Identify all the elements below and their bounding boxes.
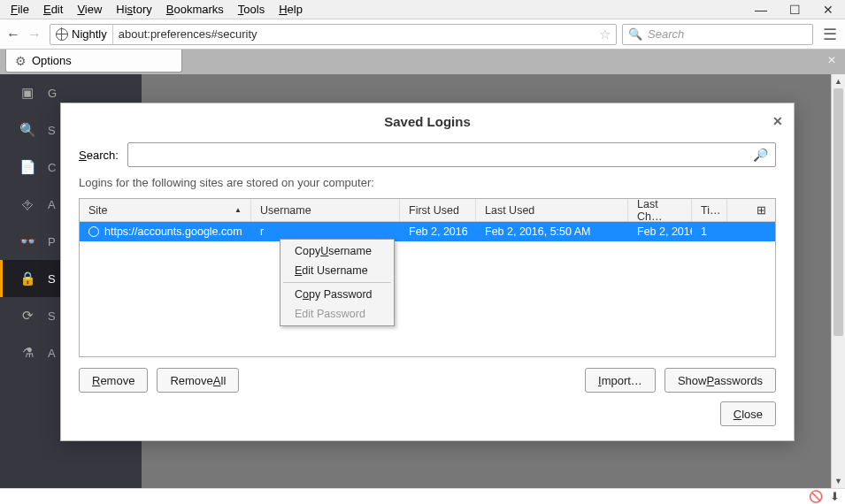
identity-box[interactable]: Nightly (50, 25, 113, 44)
dialog-close-button[interactable]: ✕ (772, 114, 783, 128)
menu-edit[interactable]: Edit (36, 1, 70, 18)
window-controls: — ☐ ✕ (744, 0, 845, 19)
status-bar: 🚫 ⬇ (0, 488, 845, 504)
noscript-icon[interactable]: 🚫 (809, 490, 823, 503)
tab-label: Options (32, 54, 72, 67)
menu-help[interactable]: Help (272, 1, 310, 18)
column-picker-icon: ⊞ (757, 203, 766, 217)
tab-close-button[interactable]: ✕ (827, 54, 836, 66)
scroll-thumb[interactable] (833, 88, 843, 336)
menu-history[interactable]: History (109, 1, 158, 18)
tab-options[interactable]: ⚙ Options (5, 50, 182, 73)
table-row[interactable]: https://accounts.google.com r Feb 2, 201… (80, 222, 775, 241)
remove-all-button[interactable]: Remove All (157, 368, 239, 393)
search-logins-input[interactable]: 🔎 (127, 142, 776, 167)
show-passwords-button[interactable]: Show Passwords (664, 368, 776, 393)
site-globe-icon (88, 226, 99, 237)
maximize-button[interactable]: ☐ (778, 0, 811, 19)
close-window-button[interactable]: ✕ (811, 0, 845, 19)
cell-last-changed: Feb 2, 2016 (628, 225, 692, 238)
hamburger-menu-button[interactable]: ☰ (818, 23, 841, 46)
search-placeholder: Search (648, 27, 684, 41)
cell-site: https://accounts.google.com (80, 225, 251, 238)
column-username[interactable]: Username (251, 199, 400, 221)
general-icon: ▣ (19, 85, 35, 101)
context-copy-username[interactable]: Copy Username (282, 241, 392, 261)
scrollbar-vertical[interactable]: ▲ ▼ (831, 74, 845, 488)
column-times-used[interactable]: Ti… (692, 199, 727, 221)
sort-asc-icon: ▲ (234, 206, 242, 214)
remove-button[interactable]: Remove (79, 368, 148, 393)
saved-logins-dialog: Saved Logins ✕ Search: 🔎 Logins for the … (60, 103, 795, 441)
dialog-description: Logins for the following sites are store… (79, 176, 776, 189)
search-icon: 🔍 (628, 27, 642, 41)
menu-file[interactable]: File (4, 1, 36, 18)
context-menu: Copy Username Edit Username Copy Passwor… (280, 239, 395, 326)
menu-view[interactable]: View (70, 1, 109, 18)
identity-label: Nightly (72, 27, 107, 41)
context-copy-password[interactable]: Copy Password (282, 285, 392, 304)
cell-first-used: Feb 2, 2016 (400, 225, 476, 238)
scroll-down-icon[interactable]: ▼ (832, 474, 845, 488)
search-label: Search: (79, 149, 119, 162)
cell-last-used: Feb 2, 2016, 5:50 AM (476, 225, 628, 238)
lock-icon: 🔒 (19, 271, 35, 286)
url-text[interactable]: about:preferences#security (113, 27, 594, 41)
table-header: Site▲ Username First Used Last Used Last… (80, 199, 775, 222)
context-edit-username[interactable]: Edit Username (282, 261, 392, 280)
privacy-icon: 👓 (19, 233, 35, 249)
tab-strip: ⚙ Options ✕ (0, 50, 845, 74)
context-separator (283, 282, 391, 283)
globe-icon (56, 28, 68, 41)
search-bar[interactable]: 🔍 Search (622, 24, 813, 45)
content-icon: 📄 (19, 159, 35, 175)
download-arrow-icon[interactable]: ⬇ (830, 490, 840, 503)
sync-icon: ⟳ (19, 308, 35, 324)
logins-table: Site▲ Username First Used Last Used Last… (79, 198, 776, 357)
forward-button[interactable]: → (25, 25, 44, 44)
column-picker[interactable]: ⊞ (727, 199, 775, 221)
cell-username: r (251, 225, 400, 238)
dialog-title: Saved Logins (384, 114, 471, 129)
bookmark-star-icon[interactable]: ☆ (594, 27, 616, 42)
import-button[interactable]: Import… (585, 368, 656, 393)
menu-bar: File Edit View History Bookmarks Tools H… (0, 0, 845, 19)
search-pref-icon: 🔍 (19, 122, 35, 138)
menu-tools[interactable]: Tools (231, 1, 272, 18)
context-edit-password: Edit Password (282, 304, 392, 324)
menu-bookmarks[interactable]: Bookmarks (159, 1, 231, 18)
applications-icon: ⯑ (19, 197, 35, 212)
url-bar[interactable]: Nightly about:preferences#security ☆ (50, 24, 617, 45)
column-site[interactable]: Site▲ (80, 199, 251, 221)
column-last-used[interactable]: Last Used (476, 199, 628, 221)
gear-icon: ⚙ (15, 54, 27, 68)
advanced-icon: ⚗ (19, 345, 35, 361)
close-button[interactable]: Close (720, 401, 776, 426)
cell-times-used: 1 (692, 225, 727, 238)
nav-toolbar: ← → Nightly about:preferences#security ☆… (0, 19, 845, 50)
column-last-changed[interactable]: Last Ch… (628, 199, 692, 221)
search-field-icon: 🔎 (753, 148, 768, 162)
minimize-button[interactable]: — (744, 0, 778, 19)
scroll-up-icon[interactable]: ▲ (832, 74, 845, 88)
back-button[interactable]: ← (4, 25, 23, 44)
column-first-used[interactable]: First Used (400, 199, 476, 221)
dialog-title-bar: Saved Logins ✕ (61, 103, 794, 139)
